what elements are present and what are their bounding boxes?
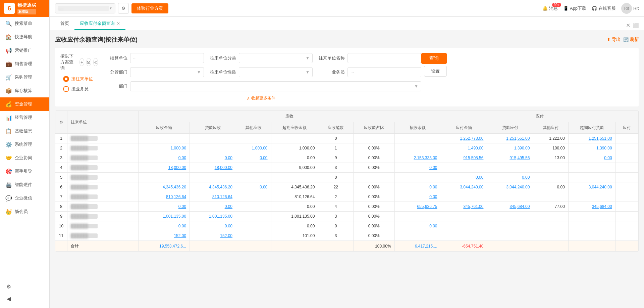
query-mode-by-partner[interactable]: 按往来单位 <box>60 74 98 84</box>
collapse-sidebar-button[interactable]: « <box>93 58 98 66</box>
th-p-extra: 应付 <box>615 122 638 134</box>
tab-home[interactable]: 首页 <box>55 18 74 30</box>
sidebar-item-operation[interactable]: 📊 经营管理 <box>0 111 49 124</box>
total-p-loan <box>487 241 533 252</box>
sidebar-item-sales[interactable]: 💼 销售管理 <box>0 57 49 71</box>
total-r-other <box>236 241 271 252</box>
table-row: 8██████0.000.000.0040.00%655,636.75345,7… <box>55 202 639 212</box>
collapse-button[interactable]: ∧ 收起更多条件 <box>101 95 421 101</box>
app-download-button[interactable]: 📱 App下载 <box>563 5 586 11</box>
trial-plan-button[interactable]: 体验行业方案 <box>131 3 168 13</box>
sidebar-item-search-menu[interactable]: 🔍 搜索菜单 <box>0 17 49 30</box>
settlement-unit-input[interactable]: ··· <box>130 53 204 63</box>
total-p-overdue <box>568 241 615 252</box>
sidebar-item-guide[interactable]: 🎯 新手引导 <box>0 165 49 178</box>
sidebar-item-enterprise[interactable]: 🤝 企业协同 <box>0 151 49 165</box>
sidebar-item-label: 新手引导 <box>15 168 32 174</box>
select-arrow-icon: ▼ <box>306 70 310 75</box>
department-select[interactable]: ▼ <box>130 81 421 91</box>
notifications-button[interactable]: 🔔 消息 99+ <box>542 5 558 11</box>
search-label: 按以下方案查询 <box>60 53 77 71</box>
total-r-amount[interactable]: 19,553,472,6... <box>139 241 190 252</box>
receivable-group-header: 应收 <box>139 111 441 122</box>
total-p-other <box>533 241 569 252</box>
customer-service-label: 在线客服 <box>598 5 616 11</box>
collapse-icon: ◀ <box>5 295 12 302</box>
sidebar-item-label: 经营管理 <box>15 115 32 121</box>
sidebar-item-label: 企业协同 <box>15 155 32 161</box>
customer-service-button[interactable]: 🎧 在线客服 <box>592 5 616 11</box>
export-button[interactable]: ⬆ 导出 <box>607 37 621 43</box>
th-r-overdue: 超期应收金额 <box>271 122 318 134</box>
partner-nature-select[interactable]: ▼ <box>239 67 313 77</box>
sidebar-item-quick-nav[interactable]: 🏠 快捷导航 <box>0 30 49 44</box>
salesperson-input[interactable]: ··· <box>347 67 421 77</box>
avatar-text: Rit <box>624 6 629 11</box>
refresh-button[interactable]: 🔄 刷新 <box>623 37 639 43</box>
total-p-amount: -654,751.40 <box>441 241 487 252</box>
member-icon: 👑 <box>5 208 12 215</box>
total-p-extra <box>615 241 638 252</box>
sidebar-item-label: 营销推广 <box>15 47 32 53</box>
select-arrow-icon: ▼ <box>197 70 201 75</box>
sidebar-item-member[interactable]: 👑 畅会员 <box>0 205 49 218</box>
sidebar-bottom-collapse[interactable]: ◀ <box>0 293 49 305</box>
total-no <box>55 241 67 252</box>
th-p-loan: 贷款应付 <box>487 122 533 134</box>
total-row: 合计 19,553,472,6... 100.00% 6,417,215....… <box>55 241 639 252</box>
sidebar-item-inventory[interactable]: 📦 库存核算 <box>0 84 49 97</box>
window-close-icon[interactable]: ✕ <box>626 22 630 29</box>
sidebar-item-wechat[interactable]: 💬 企业微信 <box>0 191 49 205</box>
sidebar-item-basic-info[interactable]: 📋 基础信息 <box>0 124 49 138</box>
content-inner: 应收应付余额查询(按往来单位) ⬆ 导出 🔄 刷新 <box>50 30 644 257</box>
query-mode-by-salesperson[interactable]: 按业务员 <box>60 84 98 94</box>
tab-close-icon[interactable]: ✕ <box>117 21 120 26</box>
add-condition-button[interactable]: + <box>79 58 84 66</box>
search-row-2: 分管部门 ▼ 往来单位性质 <box>101 67 421 77</box>
search-menu-icon: 🔍 <box>5 20 12 27</box>
tab-home-label: 首页 <box>60 20 69 27</box>
field-label: 结算单位 <box>101 55 127 61</box>
field-salesperson: 业务员 ··· <box>318 67 421 77</box>
sidebar-item-system[interactable]: ⚙️ 系统管理 <box>0 138 49 151</box>
logo-badge: 标准版 <box>17 9 36 14</box>
field-settlement-unit: 结算单位 ··· <box>101 53 204 63</box>
page-actions: ⬆ 导出 🔄 刷新 <box>607 37 639 43</box>
partner-category-select[interactable]: ▼ <box>239 53 313 63</box>
hardware-icon: 🖨️ <box>5 181 12 188</box>
sidebar-item-label: 畅会员 <box>15 209 28 215</box>
topbar-dropdown[interactable]: ..... ▼ <box>55 3 115 13</box>
app-download-label: App下载 <box>570 5 586 11</box>
topbar-gear-button[interactable]: ⚙ <box>118 3 129 14</box>
sidebar-item-label: 快捷导航 <box>15 34 32 40</box>
sidebar-bottom-settings[interactable]: ⚙ <box>0 280 49 293</box>
user-profile[interactable]: Rit Rit <box>621 3 639 14</box>
settings-col-header[interactable]: ⚙ <box>55 111 67 134</box>
window-maximize-icon[interactable]: ⬜ <box>633 23 639 28</box>
table-body: 1██████01,252,773.001,251,551.001,222.00… <box>55 134 639 241</box>
collapse-up-icon: ∧ <box>247 96 250 101</box>
search-right-area: 结算单位 ··· 往来单位分类 ▼ <box>101 53 447 101</box>
sidebar-item-label: 企业微信 <box>15 195 32 201</box>
main-content: ..... ▼ ⚙ 体验行业方案 🔔 消息 99+ 📱 App下载 🎧 在线客服 <box>50 0 644 308</box>
data-table: ⚙ 往来单位 应收 应付 应收金额 贷款应收 其他应收 超期应收金额 应收笔数 <box>55 111 639 252</box>
total-r-advance[interactable]: 6,417,215.... <box>394 241 441 252</box>
sidebar-item-marketing[interactable]: 📢 营销推广 <box>0 44 49 57</box>
target-condition-button[interactable]: ⊙ <box>86 58 91 66</box>
search-row-1: 结算单位 ··· 往来单位分类 ▼ <box>101 53 421 63</box>
partner-name-input[interactable] <box>347 53 421 63</box>
field-partner-nature: 往来单位性质 ▼ <box>209 67 313 77</box>
sidebar-item-hardware[interactable]: 🖨️ 智能硬件 <box>0 178 49 191</box>
table-row: 11██████152.00152.00101.0030.00% <box>55 231 639 241</box>
query-button[interactable]: 查询 <box>421 53 447 64</box>
gear-icon: ⚙ <box>121 6 125 11</box>
setting-button[interactable]: 设置 <box>424 66 447 77</box>
field-label: 业务员 <box>318 69 345 75</box>
sidebar-item-purchase[interactable]: 🛒 采购管理 <box>0 71 49 84</box>
field-partner-name: 往来单位名称 <box>318 53 421 63</box>
tab-receivable-query[interactable]: 应收应付余额查询 ✕ <box>74 18 125 30</box>
sidebar-item-finance[interactable]: 💰 资金管理 <box>0 97 49 111</box>
page-title: 应收应付余额查询(按往来单位) <box>55 36 138 44</box>
dept-select[interactable]: ▼ <box>130 67 204 77</box>
table-row: 6██████4,345,436.204,345,436.200.004,345… <box>55 182 639 192</box>
